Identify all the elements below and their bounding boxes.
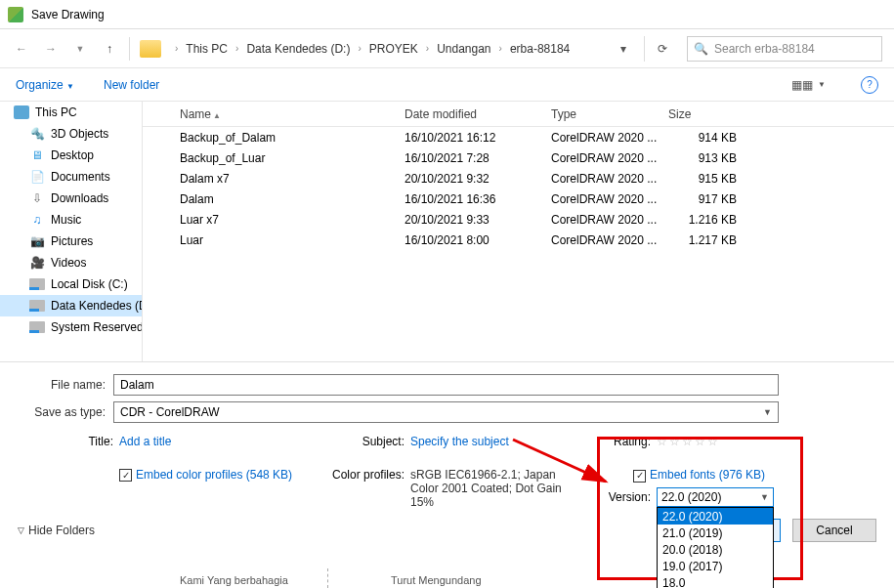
file-size: 915 KB [668,172,766,186]
embed-fonts-checkbox[interactable]: Embed fonts (976 KB) [633,468,848,482]
toolbar: Organize ▼ New folder ▦▦▼ ? [0,68,894,102]
sidebar-item[interactable]: ♫Music [0,209,142,231]
cancel-button[interactable]: Cancel [792,519,876,542]
file-name: Dalam x7 [180,172,404,186]
file-name-label: File name: [18,378,113,392]
sidebar-item-label: Desktop [51,148,94,162]
chevron-icon: › [235,43,238,54]
sidebar-item[interactable]: 🖥Desktop [0,145,142,166]
sidebar-item[interactable]: 📄Documents [0,166,142,188]
organize-menu[interactable]: Organize ▼ [16,78,74,92]
breadcrumb-dropdown[interactable]: ▾ [613,40,634,58]
file-date: 20/10/2021 9:33 [404,213,551,227]
file-name: Backup_of_Dalam [180,131,404,145]
chevron-down-icon: ▽ [18,525,24,535]
sidebar-item-label: This PC [35,105,77,119]
sidebar-item[interactable]: Local Disk (C:) [0,273,142,295]
sidebar-item-label: System Reserved [51,320,143,334]
new-folder-button[interactable]: New folder [104,78,159,92]
sidebar-item-label: Videos [51,256,86,270]
version-option[interactable]: 21.0 (2019) [658,525,773,541]
file-date: 16/10/2021 16:36 [404,192,551,206]
folder-icon [140,40,161,58]
back-button[interactable]: ← [12,39,31,59]
sidebar-item-label: Music [51,213,81,227]
sidebar-item[interactable]: ⇩Downloads [0,188,142,209]
file-type: CorelDRAW 2020 ... [551,192,668,206]
app-icon [8,7,23,22]
rating-label: Rating: [604,435,651,448]
crumb-drive[interactable]: Data Kendedes (D:) [244,40,352,58]
file-row[interactable]: Backup_of_Dalam16/10/2021 16:12CorelDRAW… [143,127,894,147]
sidebar-item[interactable]: Data Kendedes (D:) [0,295,142,316]
file-size: 914 KB [668,131,766,145]
help-button[interactable]: ? [861,76,878,94]
titlebar: Save Drawing [0,0,894,29]
window-title: Save Drawing [31,8,105,21]
col-name[interactable]: Name▲ [180,107,404,121]
version-option[interactable]: 22.0 (2020) [658,508,773,525]
version-label: Version: [604,490,651,504]
sidebar-item-label: Data Kendedes (D:) [51,299,143,313]
file-date: 16/10/2021 16:12 [404,131,551,145]
chevron-icon: › [499,43,502,54]
chevron-down-icon: ▼ [760,492,769,502]
file-row[interactable]: Luar x720/10/2021 9:33CorelDRAW 2020 ...… [143,209,894,230]
file-row[interactable]: Dalam x720/10/2021 9:32CorelDRAW 2020 ..… [143,168,894,189]
save-type-combo[interactable]: CDR - CorelDRAW ▼ [113,401,779,423]
checkbox-icon [119,469,132,482]
column-headers: Name▲ Date modified Type Size [143,102,894,127]
version-option[interactable]: 18.0 [658,574,773,588]
version-combo[interactable]: 22.0 (2020) ▼ [657,487,774,507]
search-input[interactable]: 🔍 Search erba-88184 [687,36,882,62]
crumb-proyek[interactable]: PROYEK [367,40,420,58]
history-dropdown[interactable]: ▼ [70,39,90,59]
sidebar-item[interactable]: System Reserved [0,316,142,338]
save-type-label: Save as type: [18,405,113,419]
version-dropdown[interactable]: 22.0 (2020)21.0 (2019)20.0 (2018)19.0 (2… [657,507,774,588]
crumb-undangan[interactable]: Undangan [435,40,492,58]
subject-label: Subject: [320,435,404,448]
title-field[interactable]: Add a title [119,435,171,448]
sidebar-item[interactable]: 🔩3D Objects [0,123,142,145]
sidebar-item[interactable]: This PC [0,102,142,123]
checkbox-icon [633,470,646,483]
view-options[interactable]: ▦▦▼ [786,76,831,94]
sidebar-item-label: Documents [51,170,110,184]
sidebar-item[interactable]: 🎥Videos [0,252,142,273]
file-type: CorelDRAW 2020 ... [551,131,668,145]
breadcrumb[interactable]: › This PC › Data Kendedes (D:) › PROYEK … [175,40,634,58]
file-row[interactable]: Backup_of_Luar16/10/2021 7:28CorelDRAW 2… [143,147,894,168]
rating-stars[interactable]: ☆☆☆☆☆ [657,435,720,448]
version-option[interactable]: 20.0 (2018) [658,541,773,558]
file-row[interactable]: Dalam16/10/2021 16:36CorelDRAW 2020 ...9… [143,189,894,209]
sidebar-item[interactable]: 📷Pictures [0,231,142,252]
file-name: Dalam [180,192,404,206]
chevron-icon[interactable]: › [175,43,178,54]
crumb-this-pc[interactable]: This PC [184,40,230,58]
forward-button[interactable]: → [41,39,61,59]
file-name-input[interactable] [113,374,779,396]
refresh-button[interactable]: ⟳ [644,36,669,62]
file-size: 913 KB [668,151,766,165]
col-type[interactable]: Type [551,107,668,121]
separator [129,37,130,61]
version-option[interactable]: 19.0 (2017) [658,558,773,574]
col-date[interactable]: Date modified [404,107,551,121]
up-button[interactable]: ↑ [100,39,119,59]
crumb-current[interactable]: erba-88184 [508,40,572,58]
hide-folders-toggle[interactable]: ▽ Hide Folders [18,524,95,537]
search-icon: 🔍 [694,42,708,56]
file-size: 1.216 KB [668,213,766,227]
embed-color-checkbox[interactable]: Embed color profiles (548 KB) [119,468,292,482]
chevron-down-icon: ▼ [763,407,772,417]
subject-field[interactable]: Specify the subject [410,435,509,448]
file-row[interactable]: Luar16/10/2021 8:00CorelDRAW 2020 ...1.2… [143,230,894,250]
chevron-icon: › [358,43,361,54]
file-date: 16/10/2021 7:28 [404,151,551,165]
title-label: Title: [18,435,113,448]
file-name: Luar [180,233,404,247]
col-size[interactable]: Size [668,107,766,121]
file-date: 16/10/2021 8:00 [404,233,551,247]
sidebar-item-label: 3D Objects [51,127,108,141]
